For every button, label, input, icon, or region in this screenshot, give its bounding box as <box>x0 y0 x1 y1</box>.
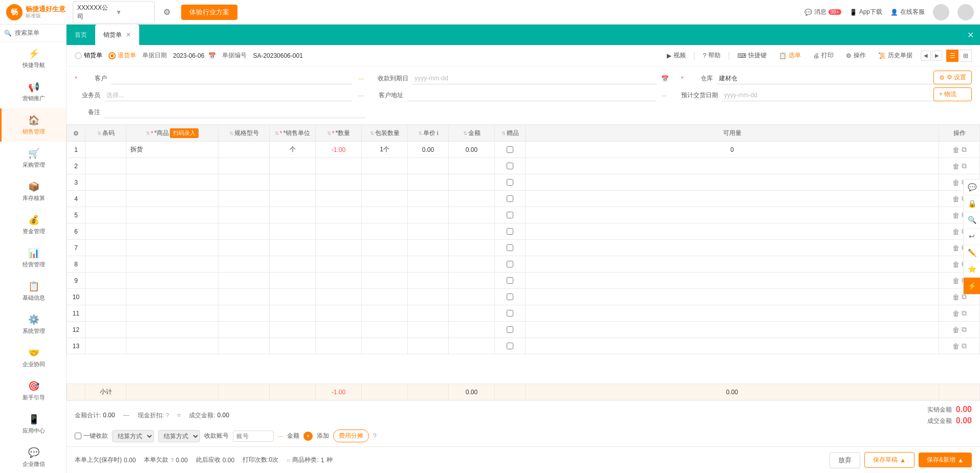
cell-amount[interactable] <box>449 322 495 338</box>
cell-pack-qty[interactable] <box>362 191 408 207</box>
float-icon-6[interactable]: ⭐ <box>964 261 980 278</box>
cell-product[interactable] <box>126 338 219 354</box>
cell-barcode[interactable] <box>85 240 126 256</box>
account-input[interactable] <box>233 431 274 442</box>
gift-checkbox[interactable] <box>507 195 513 202</box>
settings-btn[interactable]: ⚙ ⚙ 设置 <box>933 71 972 84</box>
cell-amount[interactable] <box>449 223 495 240</box>
cell-unit-price[interactable] <box>408 322 449 338</box>
settings-icon-btn[interactable]: ⚙ <box>159 4 175 20</box>
warehouse-input[interactable] <box>717 73 959 84</box>
cell-unit[interactable] <box>270 191 316 207</box>
cell-quantity[interactable] <box>316 191 362 207</box>
cell-unit[interactable] <box>270 158 316 174</box>
cell-unit[interactable]: 个 <box>270 142 316 158</box>
sidebar-item-wechat[interactable]: 💬 企业微信 <box>0 441 66 473</box>
cell-quantity[interactable] <box>316 305 362 322</box>
cell-unit[interactable] <box>270 338 316 354</box>
calc-method-select[interactable]: 结算方式 <box>158 430 200 442</box>
cell-gift[interactable] <box>495 289 526 305</box>
radio-return[interactable]: 退货单 <box>108 51 136 60</box>
copy-icon[interactable]: ⧉ <box>962 325 967 334</box>
cell-pack-qty[interactable] <box>362 322 408 338</box>
cell-unit-price[interactable] <box>408 174 449 191</box>
cell-unit-price[interactable] <box>408 240 449 256</box>
cell-unit[interactable] <box>270 273 316 289</box>
float-icon-1[interactable]: 💬 <box>964 179 980 196</box>
cell-quantity[interactable] <box>316 273 362 289</box>
product-type-icon[interactable]: ○ <box>287 457 290 464</box>
tab-close-all-btn[interactable]: ✕ <box>961 30 980 40</box>
cell-amount[interactable] <box>449 240 495 256</box>
discard-btn[interactable]: 放弃 <box>830 452 860 468</box>
cell-unit-price[interactable] <box>408 223 449 240</box>
cell-pack-qty[interactable] <box>362 305 408 322</box>
cell-product[interactable] <box>126 289 219 305</box>
add-payment-btn[interactable]: + <box>303 432 313 441</box>
cell-unit[interactable] <box>270 223 316 240</box>
shortcut-btn[interactable]: ⌨ 快捷键 <box>733 49 771 62</box>
cell-gift[interactable] <box>495 174 526 191</box>
customer-input[interactable] <box>111 73 353 84</box>
cell-quantity[interactable] <box>316 207 362 223</box>
float-icon-3[interactable]: 🔍 <box>964 212 980 229</box>
cell-barcode[interactable] <box>85 338 126 354</box>
cell-quantity[interactable]: -1.00 <box>316 142 362 158</box>
cell-quantity[interactable] <box>316 338 362 354</box>
cell-pack-qty[interactable] <box>362 223 408 240</box>
online-service-btn[interactable]: 👤 在线客服 <box>890 8 925 16</box>
cell-unit-price[interactable] <box>408 338 449 354</box>
cell-quantity[interactable] <box>316 158 362 174</box>
cell-barcode[interactable] <box>85 207 126 223</box>
col-unit-sort[interactable]: ⇅ <box>275 130 279 136</box>
cell-gift[interactable] <box>495 256 526 273</box>
avatar2[interactable] <box>957 4 974 20</box>
cell-barcode[interactable] <box>85 273 126 289</box>
cell-unit-price[interactable] <box>408 191 449 207</box>
video-btn[interactable]: ▶ 视频 <box>663 49 690 62</box>
grid-view-btn[interactable]: ⊞ <box>960 50 972 62</box>
gift-checkbox[interactable] <box>507 163 513 169</box>
float-icon-4[interactable]: ↩ <box>964 229 980 245</box>
float-icon-5[interactable]: ✏️ <box>964 245 980 261</box>
message-btn[interactable]: 💬 消息 99+ <box>804 8 841 16</box>
cell-product[interactable] <box>126 158 219 174</box>
save-new-btn[interactable]: 保存&新增 ▲ <box>919 453 972 467</box>
cell-barcode[interactable] <box>85 322 126 338</box>
cell-product[interactable]: 拆货 <box>126 142 219 158</box>
sidebar-item-operations[interactable]: 📊 经营管理 <box>0 241 66 275</box>
table-container[interactable]: ⚙ ⇅ 条码 <box>67 125 980 384</box>
fee-split-info-icon[interactable]: ? <box>373 433 377 440</box>
cell-unit[interactable] <box>270 240 316 256</box>
copy-icon[interactable]: ⧉ <box>962 309 967 318</box>
sidebar-item-app-center[interactable]: 📱 应用中心 <box>0 408 66 441</box>
cell-barcode[interactable] <box>85 223 126 240</box>
cell-spec[interactable] <box>219 338 270 354</box>
history-btn[interactable]: 📜 历史单据 <box>874 49 917 62</box>
cell-spec[interactable] <box>219 240 270 256</box>
cell-quantity[interactable] <box>316 289 362 305</box>
tab-sales-order[interactable]: 销货单 ✕ <box>95 25 139 45</box>
cell-product[interactable] <box>126 273 219 289</box>
remark-input[interactable] <box>104 106 365 118</box>
cell-gift[interactable] <box>495 142 526 158</box>
total-debt-info-icon[interactable]: ? <box>170 457 173 463</box>
delete-icon[interactable]: 🗑 <box>952 244 960 252</box>
help-btn[interactable]: ? 帮助 <box>699 49 725 62</box>
col-settings[interactable]: ⚙ <box>67 125 85 142</box>
sidebar-item-enterprise[interactable]: 🤝 企业协同 <box>0 341 66 374</box>
account-more-icon[interactable]: ··· <box>278 433 283 440</box>
date-picker-icon[interactable]: 📅 <box>208 52 216 59</box>
copy-icon[interactable]: ⧉ <box>962 145 967 154</box>
cell-unit[interactable] <box>270 207 316 223</box>
copy-icon[interactable]: ⧉ <box>962 342 967 350</box>
gift-checkbox[interactable] <box>507 277 513 284</box>
gift-checkbox[interactable] <box>507 212 513 218</box>
cell-quantity[interactable] <box>316 322 362 338</box>
cell-amount[interactable] <box>449 256 495 273</box>
cell-amount[interactable] <box>449 273 495 289</box>
delete-icon[interactable]: 🗑 <box>952 342 960 350</box>
gift-checkbox[interactable] <box>507 179 513 186</box>
gift-checkbox[interactable] <box>507 294 513 300</box>
col-product-sort[interactable]: ⇅ <box>146 130 150 136</box>
